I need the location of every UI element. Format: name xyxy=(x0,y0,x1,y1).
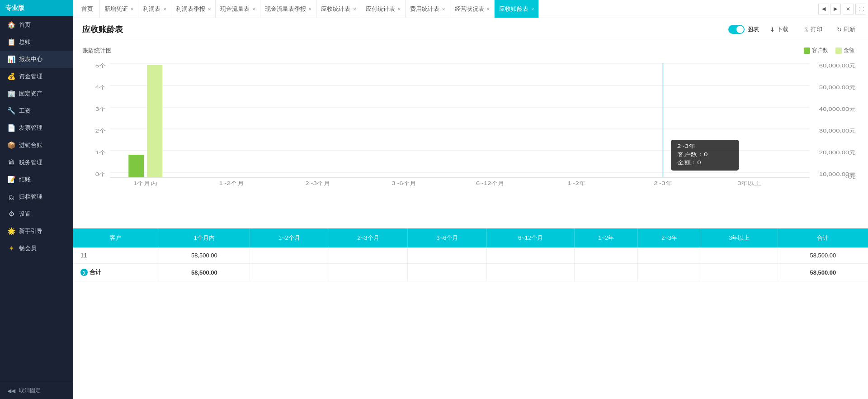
home-icon: 🏠 xyxy=(7,21,15,29)
sidebar-unpin[interactable]: ◀◀ 取消固定 xyxy=(0,382,73,399)
sidebar-item-label: 资金管理 xyxy=(19,72,42,81)
svg-text:金额：0: 金额：0 xyxy=(677,160,701,166)
svg-text:3~6个月: 3~6个月 xyxy=(392,180,416,186)
chart-toggle[interactable]: 图表 xyxy=(728,25,759,34)
svg-text:50,000.00元: 50,000.00元 xyxy=(819,85,856,90)
chart-title: 账龄统计图 xyxy=(82,47,859,55)
download-button[interactable]: ⬇ 下载 xyxy=(766,24,792,35)
svg-text:0个: 0个 xyxy=(95,171,106,177)
legend-amount-color xyxy=(835,48,842,54)
svg-text:2~3年: 2~3年 xyxy=(677,143,695,149)
salary-icon: 🔧 xyxy=(7,107,15,115)
sidebar-item-label: 新手引导 xyxy=(19,227,42,235)
tab-close-icon[interactable]: × xyxy=(208,6,211,12)
tab-expense-stat-label: 费用统计表 xyxy=(410,5,439,13)
svg-text:4个: 4个 xyxy=(95,85,106,90)
col-1-2year: 1~2年 xyxy=(575,228,638,247)
total-label-wrap: ∑ 合计 xyxy=(80,268,155,276)
tab-close-icon[interactable]: × xyxy=(353,6,356,12)
col-1-2month: 1~2个月 xyxy=(250,228,329,247)
sidebar-item-member[interactable]: ✦ 畅会员 xyxy=(0,240,73,257)
svg-text:20,000.00元: 20,000.00元 xyxy=(819,150,856,156)
chart-container: 账龄统计图 客户数 金额 5个 4个 3个 2个 xyxy=(73,39,868,228)
sidebar-item-funds[interactable]: 💰 资金管理 xyxy=(0,68,73,85)
tab-voucher[interactable]: 新增凭证 × xyxy=(100,0,138,18)
print-button[interactable]: 🖨 打印 xyxy=(799,24,826,35)
tab-close-icon[interactable]: × xyxy=(252,6,255,12)
cell-customer: 11 xyxy=(73,247,159,264)
tab-home[interactable]: 首页 xyxy=(75,0,100,18)
sidebar-item-settings[interactable]: ⚙ 设置 xyxy=(0,205,73,223)
tab-cashflow[interactable]: 现金流量表 × xyxy=(216,0,260,18)
sidebar-item-tax[interactable]: 🏛 税务管理 xyxy=(0,154,73,171)
chart-svg: 5个 4个 3个 2个 1个 0个 60,000.00元 50,000.00元 … xyxy=(82,58,859,212)
cell-6-12month xyxy=(487,247,575,264)
bar-customers-0[interactable] xyxy=(128,155,144,177)
tab-close-all-button[interactable]: ✕ xyxy=(843,4,854,14)
tab-profit-quarter[interactable]: 利润表季报 × xyxy=(171,0,216,18)
chart-legend: 客户数 金额 xyxy=(804,47,854,54)
tab-prev-button[interactable]: ◀ xyxy=(818,4,829,14)
legend-amount-label: 金额 xyxy=(844,47,854,54)
close-accounts-icon: 📝 xyxy=(7,176,15,184)
sidebar-item-salary[interactable]: 🔧 工资 xyxy=(0,102,73,119)
tab-payable-stat[interactable]: 应付统计表 × xyxy=(361,0,406,18)
archive-icon: 🗂 xyxy=(7,193,15,201)
tab-close-icon[interactable]: × xyxy=(163,6,166,12)
tab-cashflow-quarter[interactable]: 现金流量表季报 × xyxy=(260,0,316,18)
svg-text:5个: 5个 xyxy=(95,63,106,69)
svg-text:3个: 3个 xyxy=(95,106,106,112)
tab-maximize-button[interactable]: ⛶ xyxy=(855,4,866,14)
sidebar-logo: 专业版 xyxy=(0,0,73,16)
total-1-2year xyxy=(575,264,638,281)
refresh-button[interactable]: ↻ 刷新 xyxy=(833,24,859,35)
tab-receivable-stat[interactable]: 应收统计表 × xyxy=(316,0,361,18)
sidebar-item-home[interactable]: 🏠 首页 xyxy=(0,16,73,33)
tab-profit-quarter-label: 利润表季报 xyxy=(176,5,205,13)
toggle-thumb xyxy=(736,26,744,33)
sidebar-item-archive[interactable]: 🗂 归档管理 xyxy=(0,188,73,205)
tab-profit[interactable]: 利润表 × xyxy=(138,0,171,18)
tab-close-icon[interactable]: × xyxy=(398,6,401,12)
tab-close-icon[interactable]: × xyxy=(487,6,490,12)
cell-3-6month xyxy=(408,247,487,264)
sidebar-item-reports[interactable]: 📊 报表中心 xyxy=(0,51,73,68)
refresh-label: 刷新 xyxy=(844,25,855,33)
col-3-6month: 3~6个月 xyxy=(408,228,487,247)
sidebar-item-inventory[interactable]: 📦 进销台账 xyxy=(0,137,73,154)
sidebar-item-guide[interactable]: 🌟 新手引导 xyxy=(0,223,73,240)
cell-3plus xyxy=(701,247,778,264)
sidebar-item-invoice[interactable]: 📄 发票管理 xyxy=(0,119,73,137)
total-1month: 58,500.00 xyxy=(159,264,250,281)
tab-receivable-age[interactable]: 应收账龄表 × xyxy=(495,0,539,18)
tab-close-icon[interactable]: × xyxy=(442,6,445,12)
sidebar-item-label: 报表中心 xyxy=(19,55,42,63)
sidebar-item-label: 发票管理 xyxy=(19,124,42,132)
tab-expense-stat[interactable]: 费用统计表 × xyxy=(406,0,450,18)
bar-amount-0[interactable] xyxy=(147,65,162,177)
cell-2-3year xyxy=(638,247,701,264)
svg-text:客户数：0: 客户数：0 xyxy=(677,152,708,157)
tab-close-icon[interactable]: × xyxy=(531,6,534,12)
invoice-icon: 📄 xyxy=(7,124,15,132)
sidebar-item-close[interactable]: 📝 结账 xyxy=(0,171,73,188)
tab-operation-stat[interactable]: 经营状况表 × xyxy=(450,0,495,18)
toggle-track[interactable] xyxy=(728,25,745,34)
total-row: ∑ 合计 58,500.00 58,500.00 xyxy=(73,264,868,281)
sidebar-item-ledger[interactable]: 📋 总账 xyxy=(0,33,73,51)
sidebar-item-fixed-assets[interactable]: 🏢 固定资产 xyxy=(0,85,73,102)
legend-customers-color xyxy=(804,48,810,54)
cell-2-3month xyxy=(329,247,408,264)
refresh-icon: ↻ xyxy=(837,26,842,33)
svg-text:6~12个月: 6~12个月 xyxy=(476,180,505,186)
col-total: 合计 xyxy=(778,228,868,247)
sidebar-item-label: 结账 xyxy=(19,176,31,184)
tax-icon: 🏛 xyxy=(7,159,15,166)
tab-next-button[interactable]: ▶ xyxy=(830,4,841,14)
data-table: 客户 1个月内 1~2个月 2~3个月 3~6个月 6~12个月 1~2年 2~… xyxy=(73,228,868,281)
svg-text:2~3年: 2~3年 xyxy=(654,180,672,186)
sidebar-item-label: 畅会员 xyxy=(19,244,37,252)
tab-close-icon[interactable]: × xyxy=(131,6,133,12)
tab-close-icon[interactable]: × xyxy=(309,6,311,12)
print-icon: 🖨 xyxy=(803,26,809,33)
